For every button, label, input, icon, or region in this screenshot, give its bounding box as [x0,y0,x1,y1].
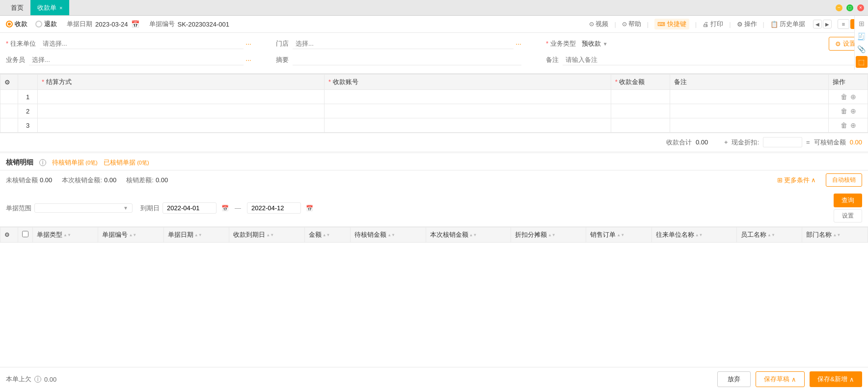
sort-icon-1[interactable]: ▲▼ [129,233,136,237]
date-from-calendar-icon[interactable]: 📅 [221,205,229,212]
print-link[interactable]: 🖨 打印 [703,20,723,28]
row-copy-icon[interactable]: ⊕ [850,121,856,129]
row-copy-icon[interactable]: ⊕ [850,93,856,101]
notes-input[interactable] [563,55,862,65]
staff-field: 业务员 ··· [6,55,251,65]
partner-input[interactable] [40,38,244,49]
date-range-field: 到期日 📅 — 📅 [140,202,313,214]
scan-icon[interactable]: ⬚ [856,56,868,68]
close-button[interactable]: × [857,4,864,11]
equals-sign: = [806,139,810,146]
tab-home[interactable]: 首页 [4,0,30,15]
bottom-th-label-0: 单据类型 [37,231,62,238]
video-link[interactable]: ⊙ 视频 [589,20,608,28]
history-link[interactable]: 📋 历史单据 [770,20,805,28]
pending-tab[interactable]: 待核销单据 (0笔) [52,158,98,167]
business-type-caret[interactable]: ▼ [603,41,608,47]
sort-icon-7[interactable]: ▲▼ [548,233,556,237]
row-account[interactable] [324,104,611,118]
range-label: 单据范围 [6,204,31,213]
store-more-icon[interactable]: ··· [515,40,521,48]
attachment-icon[interactable]: 📎 [856,43,868,55]
row-notes[interactable] [670,90,828,104]
table-view-icon[interactable]: ⊞ [856,18,868,29]
current-value: 0.00 [104,176,116,184]
done-tab[interactable]: 已核销单据 (0笔) [104,158,149,167]
notes-label: 备注 [546,56,559,64]
sep3: | [695,21,697,28]
range-select[interactable]: ▼ [34,203,133,213]
shortcut-link[interactable]: ⌨ 快捷键 [654,19,689,29]
next-arrow[interactable]: ▶ [823,20,832,28]
row-delete-icon[interactable]: 🗑 [841,93,847,101]
list-view-btn[interactable]: ≡ [838,19,849,29]
bottom-th-11: 部门名称▲▼ [802,227,868,243]
discount-input[interactable] [763,137,802,147]
sort-icon-2[interactable]: ▲▼ [194,233,202,237]
draft-button[interactable]: 保存草稿 ∧ [756,371,805,387]
sort-icon-3[interactable]: ▲▼ [266,233,274,237]
date-to-input[interactable] [247,202,301,214]
auto-clear-button[interactable]: 自动核销 [826,173,862,187]
staff-more-icon[interactable]: ··· [245,56,251,64]
maximize-button[interactable]: □ [846,4,853,11]
sort-icon-6[interactable]: ▲▼ [469,233,477,237]
bottom-th-checkbox[interactable] [18,227,33,243]
help-link[interactable]: ⊙ 帮助 [622,20,641,28]
bottom-th-label-3: 收款到期日 [233,231,265,238]
row-account[interactable] [324,90,611,104]
print-icon: 🖨 [703,21,709,28]
partner-more-icon[interactable]: ··· [245,40,251,48]
store-field: 门店 ··· [276,38,521,49]
row-delete-icon[interactable]: 🗑 [841,107,847,115]
staff-input[interactable] [29,55,244,65]
minimize-button[interactable]: − [836,4,842,11]
operations-link[interactable]: ⚙ 操作 [737,20,757,28]
th-row-num [18,75,38,90]
sort-icon-8[interactable]: ▲▼ [617,233,624,237]
row-amount[interactable] [611,118,670,133]
sort-icon-9[interactable]: ▲▼ [695,233,703,237]
select-all-checkbox[interactable] [22,231,28,237]
sort-icon-5[interactable]: ▲▼ [387,233,395,237]
abandon-button[interactable]: 放弃 [717,371,751,387]
filter-settings-button[interactable]: 设置 [834,209,862,223]
row-notes[interactable] [670,118,828,133]
query-button[interactable]: 查询 [834,194,862,207]
sort-icon-10[interactable]: ▲▼ [767,233,775,237]
row-num: 2 [18,104,38,118]
row-settlement[interactable] [38,118,325,133]
row-amount[interactable] [611,90,670,104]
row-settlement[interactable] [38,104,325,118]
more-conditions[interactable]: ⊞ 更多条件 ∧ [777,176,816,185]
row-amount[interactable] [611,104,670,118]
tab-receipt[interactable]: 收款单 × [30,0,69,15]
footer-value: 0.00 [44,376,56,383]
radio-collect[interactable]: 收款 [6,20,27,28]
store-input[interactable] [293,38,514,49]
tab-close-icon[interactable]: × [59,5,62,11]
radio-refund[interactable]: 退款 [35,20,57,28]
radio-collect-label: 收款 [15,20,27,28]
sort-icon-11[interactable]: ▲▼ [833,233,841,237]
row-copy-icon[interactable]: ⊕ [850,107,856,115]
date-to-calendar-icon[interactable]: 📅 [306,205,313,212]
sep5: | [763,21,764,28]
save-new-button[interactable]: 保存&新增 ∧ [810,371,862,387]
row-delete-icon[interactable]: 🗑 [841,121,847,129]
top-toolbar: 收款 退款 单据日期 2023-03-24 📅 单据编号 SK-20230324… [0,16,868,33]
date-from-input[interactable] [163,202,217,214]
calendar-icon[interactable]: 📅 [131,20,139,28]
row-notes[interactable] [670,104,828,118]
sort-icon-4[interactable]: ▲▼ [323,233,330,237]
row-account[interactable] [324,118,611,133]
prev-arrow[interactable]: ◀ [813,20,822,28]
sort-icon-0[interactable]: ▲▼ [63,233,71,237]
summary-input[interactable] [293,55,521,65]
receipt-view-icon[interactable]: 🧾 [856,30,868,42]
row-settlement[interactable] [38,90,325,104]
receipts-table-container: ⚙ 结算方式 收款账号 收款金额 备注 操作 [0,74,868,133]
sep2: | [647,21,649,28]
th-gear[interactable]: ⚙ [0,75,18,90]
bottom-th-gear[interactable]: ⚙ [0,227,18,243]
